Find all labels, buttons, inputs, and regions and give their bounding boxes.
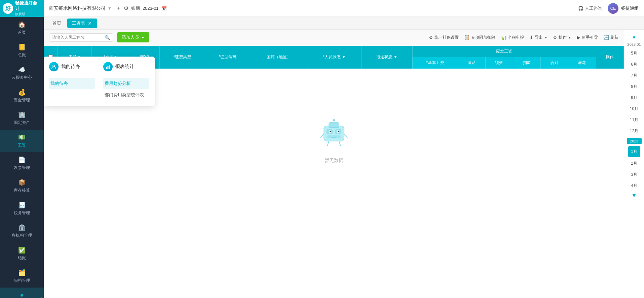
filter-icon-status[interactable]: ▼ <box>342 55 346 59</box>
month-item-10[interactable]: 10月 <box>624 103 644 114</box>
th-status-label: *人员状态 <box>323 55 341 59</box>
special-deduction-label: 专项附加扣除 <box>471 35 495 40</box>
month-item-11[interactable]: 11月 <box>624 114 644 126</box>
sidebar-item-multi-org[interactable]: 🏛️ 多机构管理 <box>0 220 44 242</box>
tab-home[interactable]: 首页 <box>48 19 66 28</box>
tax-icon: 🧾 <box>18 201 26 209</box>
new-guide-action[interactable]: ▶ 新手引导 <box>577 35 598 40</box>
sidebar-item-settlement[interactable]: ✅ 结账 <box>0 242 44 265</box>
svg-rect-1 <box>329 123 339 128</box>
sidebar-item-tax[interactable]: 🧾 税务管理 <box>0 197 44 220</box>
export-icon: ⬇ <box>529 35 533 40</box>
th-salary-group: 应发工资 <box>412 46 596 57</box>
month-item-8[interactable]: 8月 <box>624 81 644 92</box>
tab-home-label: 首页 <box>52 20 61 26</box>
month-next-nav[interactable]: ▼ <box>630 191 638 200</box>
th-deduction: 扣款 <box>513 57 541 69</box>
sidebar-nav: 🏠 首页 📒 总账 ☁️ 云报表中心 💰 资金管理 🏢 固定资产 💵 工资 📄 … <box>0 17 44 298</box>
sidebar-item-cloud-report[interactable]: ☁️ 云报表中心 <box>0 62 44 85</box>
operations-action[interactable]: ⚙ 操作 ▼ <box>553 35 571 40</box>
sidebar-item-salary[interactable]: 💵 工资 <box>0 130 44 152</box>
main-content: 西安虾米网络科技有限公司 ▼ ＋ ⚙ 账期 2023-01 📅 🎧 人工咨询 C… <box>44 0 644 298</box>
calendar-icon[interactable]: 📅 <box>161 6 167 11</box>
sidebar-item-fixed-assets[interactable]: 🏢 固定资产 <box>0 107 44 130</box>
todo-col-title: 我的待办 <box>61 64 80 70</box>
month-item-12[interactable]: 12月 <box>624 126 644 137</box>
add-company-icon[interactable]: ＋ <box>116 5 121 12</box>
search-input[interactable] <box>52 35 103 40</box>
empty-text: 暂无数据 <box>325 158 343 164</box>
month-item-6[interactable]: 6月 <box>624 59 644 70</box>
dropdown-item-dept-cost[interactable]: 部门费用类型统计表 <box>103 89 149 101</box>
month-item-1[interactable]: 1月 <box>628 146 640 157</box>
new-guide-icon: ▶ <box>577 35 580 40</box>
fixed-assets-icon: 🏢 <box>18 111 26 119</box>
export-label: 导出 <box>535 35 543 40</box>
invoice-icon: 📄 <box>18 156 26 164</box>
settings-icon[interactable]: ⚙ <box>124 5 128 11</box>
sidebar-item-ledger[interactable]: 📒 总账 <box>0 39 44 62</box>
month-item-9[interactable]: 9月 <box>624 92 644 103</box>
dropdown-item-my-todo[interactable]: 我的待办 <box>49 78 95 89</box>
svg-line-9 <box>327 141 329 146</box>
sidebar-item-fund[interactable]: 💰 资金管理 <box>0 85 44 107</box>
special-deduction-action[interactable]: 📋 专项附加扣除 <box>464 35 495 40</box>
search-icon[interactable]: 🔍 <box>105 35 110 40</box>
th-report-status-label: 报送状态 <box>376 55 392 59</box>
svg-point-13 <box>330 131 331 132</box>
service-label: 人工咨询 <box>585 5 602 11</box>
user-info[interactable]: CE 畅捷通组 <box>608 3 639 14</box>
sidebar-item-label: 云报表中心 <box>12 75 32 80</box>
month-item-2[interactable]: 2月 <box>624 158 644 169</box>
topbar-actions: ＋ ⚙ 账期 2023-01 📅 <box>116 5 167 12</box>
tab-salary-table[interactable]: 工资表 ✕ <box>67 19 97 28</box>
logo-text: 畅捷通好会计 <box>15 0 41 12</box>
dropdown-item-cost-trend[interactable]: 费用趋势分析 <box>103 78 149 89</box>
svg-point-14 <box>338 131 339 132</box>
logo-sub: 旗舰版 <box>15 12 41 16</box>
username: 畅捷通组 <box>621 5 639 11</box>
month-item-3[interactable]: 3月 <box>624 169 644 180</box>
tax-declaration-icon: 📊 <box>501 35 506 40</box>
sidebar-item-home[interactable]: 🏠 首页 <box>0 17 44 39</box>
th-bonus: 绩效 <box>485 57 513 69</box>
svg-rect-16 <box>106 67 107 69</box>
sidebar-item-label: 固定资产 <box>14 120 30 126</box>
th-pension-label: 养老 <box>578 60 586 65</box>
month-item-5[interactable]: 5月 <box>624 48 644 59</box>
dropdown-cols: 我的待办 我的待办 <box>49 62 149 101</box>
content-area: 🔍 添加人员 ▼ ⚙ 统一社保设置 📋 专项附加扣除 <box>44 30 644 298</box>
company-name: 西安虾米网络科技有限公司 <box>49 5 106 11</box>
filter-icon-report[interactable]: ▼ <box>394 55 397 59</box>
export-action[interactable]: ⬇ 导出 ▼ <box>529 35 547 40</box>
refresh-action[interactable]: 🔄 刷新 <box>603 35 618 40</box>
operations-icon: ⚙ <box>553 35 557 40</box>
service-button[interactable]: 🎧 人工咨询 <box>578 5 602 11</box>
month-prev-nav[interactable]: ▲ <box>630 32 638 41</box>
dropdown-col-report: 报表统计 费用趋势分析 部门费用类型统计表 <box>103 62 149 101</box>
sidebar-item-label: 总账 <box>18 52 26 58</box>
add-person-arrow: ▼ <box>141 36 145 39</box>
tax-declaration-action[interactable]: 📊 个税申报 <box>501 35 524 40</box>
sidebar-item-inventory[interactable]: 📦 库存核算 <box>0 175 44 197</box>
th-id-number-label: *证型号码 <box>219 55 236 59</box>
social-insurance-action[interactable]: ⚙ 统一社保设置 <box>429 35 459 40</box>
th-deduction-label: 扣款 <box>523 60 531 65</box>
year-badge: 2023 <box>627 138 642 144</box>
refresh-icon: 🔄 <box>603 35 609 40</box>
tab-close-button[interactable]: ✕ <box>87 21 92 26</box>
sidebar-item-label: 库存核算 <box>14 188 30 193</box>
company-selector[interactable]: 西安虾米网络科技有限公司 ▼ <box>49 5 112 11</box>
sidebar-item-label: 结账 <box>18 255 26 261</box>
th-nationality: 国籍（地区） <box>250 46 307 69</box>
sidebar-item-invoice[interactable]: 📄 发票管理 <box>0 152 44 175</box>
svg-line-8 <box>344 134 347 138</box>
ledger-icon: 📒 <box>18 43 26 51</box>
sidebar-item-xiaochang[interactable]: ● 小畅报销 ◀ <box>0 288 44 298</box>
month-item-7[interactable]: 7月 <box>624 70 644 81</box>
dropdown-menu: 我的待办 我的待办 <box>44 57 155 106</box>
month-item-4[interactable]: 4月 <box>624 180 644 191</box>
svg-rect-18 <box>109 65 110 69</box>
sidebar-item-archive[interactable]: 🗂️ 归档管理 <box>0 265 44 288</box>
add-person-button[interactable]: 添加人员 ▼ <box>117 32 149 42</box>
